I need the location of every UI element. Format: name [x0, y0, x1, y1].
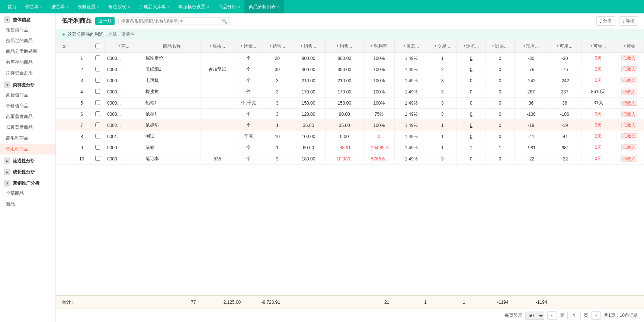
cell-check[interactable] [90, 109, 105, 120]
cell-check[interactable] [90, 64, 105, 75]
col-sales-qty-header[interactable]: • 销售... [263, 40, 292, 53]
sidebar-item-high-coverage[interactable]: 高覆盖度商品 [0, 111, 55, 122]
col-unit-header[interactable]: • 计量... [234, 40, 263, 53]
sidebar-item-low-value[interactable]: 低价值商品 [0, 101, 55, 111]
col-views1-header[interactable]: • 浏览... [457, 40, 486, 53]
cell-views1[interactable]: 0 [457, 64, 486, 75]
sidebar-group-marketing[interactable]: ▾ 营销推广分析 [0, 177, 55, 188]
sidebar-item-traded-goods[interactable]: 交易过的商品 [0, 35, 55, 46]
collapse-overall-icon[interactable]: ▾ [4, 16, 10, 23]
nav-permissions[interactable]: 权限设置 × [73, 0, 104, 13]
cell-name[interactable]: 鼠标垫 [143, 120, 201, 131]
col-available-header[interactable]: • 可用... [548, 40, 581, 53]
cell-check[interactable] [90, 86, 105, 98]
col-settings[interactable]: ⚙ [56, 40, 73, 53]
cell-name[interactable]: 吴细细1 [143, 64, 201, 75]
sidebar-group-cluster[interactable]: ▾ 类群查分析 [0, 79, 55, 90]
search-input[interactable] [121, 19, 222, 24]
select-all-checkbox[interactable] [95, 44, 100, 48]
sidebar-group-overall[interactable]: ▾ 整体信息 [0, 13, 55, 25]
nav-purchase-close[interactable]: × [66, 4, 68, 9]
cell-views1[interactable]: 1 [457, 142, 486, 153]
cell-views1[interactable]: 0 [457, 53, 486, 64]
row-checkbox[interactable] [95, 100, 100, 105]
col-views2-header[interactable]: • 浏览... [486, 40, 514, 53]
row-checkbox[interactable] [95, 122, 100, 127]
col-gross-header[interactable]: • 毛利率 [363, 40, 394, 53]
row-checkbox[interactable] [95, 145, 100, 150]
row-checkbox[interactable] [95, 111, 100, 116]
nav-template-close[interactable]: × [207, 4, 209, 9]
row-checkbox[interactable] [95, 156, 100, 161]
sidebar-item-low-coverage[interactable]: 低覆盖度商品 [0, 122, 55, 133]
cell-name[interactable]: 测试 [143, 131, 201, 142]
search-icon[interactable]: 🔍 [222, 19, 227, 24]
row-checkbox[interactable] [95, 67, 100, 71]
nav-product-analysis[interactable]: 商品分析 × [214, 0, 244, 13]
col-spec-header[interactable]: • 规格... [201, 40, 234, 53]
cell-views1[interactable]: 0 [457, 98, 486, 109]
cell-name[interactable]: 鼠标1 [143, 109, 201, 120]
nav-roles-close[interactable]: × [128, 4, 130, 9]
per-page-select[interactable]: 50 100 200 [525, 312, 544, 320]
cell-views1[interactable]: 0 [457, 120, 486, 131]
cell-check[interactable] [90, 98, 105, 109]
row-checkbox[interactable] [95, 134, 100, 138]
share-button[interactable]: ⤴ 分享 [596, 16, 615, 26]
col-tag-header[interactable]: • 标签 [615, 40, 644, 53]
collapse-marketing-icon[interactable]: ▾ [4, 180, 10, 186]
next-page-btn[interactable]: ＞ [591, 311, 601, 320]
period-button[interactable]: 近一月 [95, 17, 115, 25]
nav-template[interactable]: 单据模板设置 × [174, 0, 214, 13]
row-checkbox[interactable] [95, 78, 100, 83]
sidebar-group-flow[interactable]: ▸ 流通性分析 [0, 154, 55, 166]
cell-check[interactable] [90, 131, 105, 142]
col-code-header[interactable]: • 商... [105, 40, 143, 53]
cell-check[interactable] [90, 120, 105, 131]
prev-page-btn[interactable]: ＜ [547, 311, 557, 320]
nav-sales[interactable]: 销货单 × [21, 0, 47, 13]
nav-product-list[interactable]: 商品分析列表 × [244, 0, 284, 13]
cell-check[interactable] [90, 153, 105, 165]
col-name-header[interactable]: 商品名称 [143, 40, 201, 53]
page-number-input[interactable] [567, 312, 581, 319]
nav-roles[interactable]: 角色授权 × [104, 0, 134, 13]
table-container[interactable]: ⚙ • 商... 商品名称 • 规格... • 计量... • 销售... • … [56, 40, 644, 295]
cell-name[interactable]: 电话机 [143, 75, 201, 86]
sidebar-item-high-value[interactable]: 高价值商品 [0, 90, 55, 101]
nav-product-entry-close[interactable]: × [167, 4, 170, 9]
sidebar-item-high-margin[interactable]: 高毛利商品 [0, 133, 55, 144]
cell-views1[interactable]: 0 [457, 75, 486, 86]
nav-product-list-close[interactable]: × [277, 4, 279, 9]
collapse-cluster-icon[interactable]: ▾ [4, 82, 10, 88]
cell-views1[interactable]: 0 [457, 153, 486, 165]
row-checkbox[interactable] [95, 89, 100, 94]
sidebar-item-capital[interactable]: 库存资金占用 [0, 68, 55, 79]
cell-check[interactable] [90, 53, 105, 64]
row-checkbox[interactable] [95, 55, 100, 60]
cell-check[interactable] [90, 75, 105, 86]
cell-views1[interactable]: 0 [457, 109, 486, 120]
col-trade-header[interactable]: • 交易... [428, 40, 456, 53]
cell-check[interactable] [90, 142, 105, 153]
col-saleable-header[interactable]: • 可销... [581, 40, 615, 53]
cell-views1[interactable]: 0 [457, 131, 486, 142]
cell-views1[interactable]: 0 [457, 86, 486, 98]
nav-purchase[interactable]: 进货单 × [47, 0, 73, 13]
collapse-flow-icon[interactable]: ▸ [4, 157, 10, 164]
sidebar-item-all-goods[interactable]: 全部商品 [0, 188, 55, 199]
nav-permissions-close[interactable]: × [97, 4, 99, 9]
col-current-header[interactable]: • 现有... [514, 40, 548, 53]
cell-name[interactable]: 属性定价 [143, 53, 201, 64]
export-button[interactable]: ↓ 导出 [619, 16, 638, 26]
cell-name[interactable]: 橡皮擦 [143, 86, 201, 98]
sidebar-item-low-margin[interactable]: 低毛利商品 [0, 144, 55, 154]
sidebar-item-new-goods[interactable]: 新品 [0, 199, 55, 210]
sidebar-item-category-rate[interactable]: 商品分类助销率 [0, 46, 55, 57]
sidebar-item-stock-goods[interactable]: 有库存的商品 [0, 57, 55, 68]
col-sales-price-header[interactable]: • 销售... [292, 40, 325, 53]
nav-product-analysis-close[interactable]: × [238, 4, 240, 9]
sidebar-group-growth[interactable]: ▸ 成长性分析 [0, 166, 55, 177]
collapse-growth-icon[interactable]: ▸ [4, 169, 10, 175]
col-sales-amount-header[interactable]: • 销售... [325, 40, 363, 53]
